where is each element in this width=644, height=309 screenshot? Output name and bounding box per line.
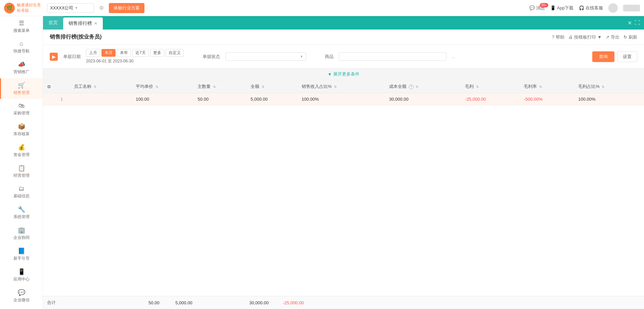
col-name[interactable]: 员工名称 ⇅ [70, 80, 132, 93]
sidebar-item-guide[interactable]: 📘 新手引导 [0, 244, 43, 265]
window-expand-button[interactable]: ⛶ [635, 20, 640, 26]
cost-info-icon[interactable]: ? [409, 85, 414, 89]
date-btn-this-month[interactable]: 本月 [101, 49, 116, 57]
sidebar-item-label: 资金管理 [13, 152, 30, 158]
sidebar-item-purchase[interactable]: 🛍 采购管理 [0, 99, 43, 119]
cell-profit-pct: 100.00% [574, 93, 644, 105]
tab-close-button[interactable]: ✕ [94, 21, 97, 26]
col-avg-price[interactable]: 平均单价 ⇅ [132, 80, 194, 93]
sidebar-item-search[interactable]: ☰ 搜索菜单 [0, 16, 43, 37]
sidebar-item-inventory[interactable]: 📦 库存核算 [0, 119, 43, 140]
sidebar-item-sales[interactable]: 🛒 销售管理 [0, 78, 43, 99]
sort-cost-icon[interactable]: ⇅ [416, 85, 418, 89]
wechat-icon: 💬 [18, 289, 25, 296]
sidebar-item-finance[interactable]: 💰 资金管理 [0, 140, 43, 161]
sort-amount-icon[interactable]: ⇅ [262, 85, 264, 89]
col-profit-rate[interactable]: 毛利率 ⇅ [520, 80, 574, 93]
cell-sales-pct: 100.00% [298, 93, 385, 105]
tab-sales-ranking[interactable]: 销售排行榜 ✕ [63, 17, 103, 30]
cell-avg-price: 100.00 [132, 93, 194, 105]
sidebar-item-marketing[interactable]: 📣 营销推广 [0, 57, 43, 78]
sidebar-item-label: 搜索菜单 [13, 28, 30, 34]
window-close-button[interactable]: ✕ [628, 20, 632, 26]
footer-main-qty: 50.00 [144, 300, 171, 305]
date-btn-more[interactable]: 更多 [150, 49, 164, 57]
col-cost[interactable]: 成本全额 ? ⇅ [385, 80, 461, 93]
help-button[interactable]: ? 帮助 [552, 34, 564, 40]
col-amount[interactable]: 全额 ⇅ [247, 80, 298, 93]
sort-main-qty-icon[interactable]: ⇅ [213, 85, 216, 89]
refresh-button[interactable]: ↻ 刷新 [624, 34, 637, 40]
sidebar-item-label: 经营管理 [13, 173, 30, 178]
col-settings[interactable]: ⚙ [43, 80, 56, 93]
sort-profit-rate-icon[interactable]: ⇅ [539, 85, 542, 89]
sort-sales-pct-icon[interactable]: ⇅ [334, 85, 337, 89]
col-profit[interactable]: 毛利 ⇅ [461, 80, 520, 93]
sidebar-item-vip[interactable]: V 畅会员 [0, 306, 43, 309]
date-btn-custom[interactable]: 自定义 [166, 49, 184, 57]
tab-home[interactable]: 首页 [43, 16, 63, 30]
export-icon: ↗ [606, 35, 609, 40]
filter-toggle-button[interactable]: ▶ [50, 53, 58, 61]
home-icon: ⌂ [19, 40, 23, 47]
status-filter-label: 单据状态 [203, 54, 220, 60]
date-btn-7days[interactable]: 近7天 [132, 49, 149, 57]
goods-filter-label: 商品 [325, 54, 334, 60]
expand-icon: ▼ [328, 72, 332, 77]
date-btn-this-year[interactable]: 本年 [117, 49, 131, 57]
sidebar-item-enterprise[interactable]: 🏢 企业协同 [0, 223, 43, 244]
top-right-area: 💬 消息 99+ 📱 App下载 🎧 在线客服 [529, 3, 640, 13]
goods-filter-input[interactable] [339, 52, 446, 61]
help-label: 帮助 [556, 34, 564, 40]
help-icon: ? [552, 35, 554, 40]
sort-avg-price-icon[interactable]: ⇅ [156, 85, 158, 89]
print-button[interactable]: 🖨 按模板打印 ▼ [568, 34, 602, 40]
date-btn-last-month[interactable]: 上月 [86, 49, 100, 57]
settings-button[interactable]: 设置 [617, 51, 637, 62]
expand-more-btn[interactable]: ▼ 展开更多条件 [328, 71, 359, 77]
col-main-qty[interactable]: 主数量 ⇅ [194, 80, 247, 93]
company-selector[interactable]: XXXXX公司 ▼ [47, 3, 94, 13]
refresh-label: 刷新 [629, 34, 637, 40]
more-filters-button[interactable]: ... [452, 54, 455, 59]
table-container: ⚙ 员工名称 ⇅ 平均单价 ⇅ 主数量 ⇅ 全额 ⇅ 销售收入占比% ⇅ 成本全… [43, 80, 644, 296]
sidebar-item-operations[interactable]: 📋 经营管理 [0, 161, 43, 182]
date-range-display: 2023-06-01 至 2023-06-30 [86, 58, 184, 64]
footer-cost: 30,000.00 [245, 300, 279, 305]
app-download-item[interactable]: 📱 App下载 [550, 5, 573, 11]
industry-button[interactable]: 体验行业方案 [109, 3, 144, 13]
sort-name-icon[interactable]: ⇅ [94, 85, 96, 89]
page-header: 销售排行榜(按业务员) ? 帮助 🖨 按模板打印 ▼ ↗ [43, 30, 644, 45]
table-header-row: ⚙ 员工名称 ⇅ 平均单价 ⇅ 主数量 ⇅ 全额 ⇅ 销售收入占比% ⇅ 成本全… [43, 80, 644, 93]
print-arrow-icon: ▼ [597, 35, 602, 40]
query-button[interactable]: 查询 [592, 51, 614, 62]
page-content: 销售排行榜(按业务员) ? 帮助 🖨 按模板打印 ▼ ↗ [43, 30, 644, 309]
col-sales-pct[interactable]: 销售收入占比% ⇅ [298, 80, 385, 93]
message-badge: 99+ [540, 3, 548, 7]
avatar[interactable] [608, 3, 618, 13]
sidebar-item-system[interactable]: 🔧 系统管理 [0, 202, 43, 223]
online-service-item[interactable]: 🎧 在线客服 [579, 5, 603, 11]
system-icon: 🔧 [18, 206, 25, 213]
date-shortcuts: 上月 本月 本年 近7天 更多 自定义 [86, 49, 184, 57]
status-select[interactable] [225, 52, 306, 61]
message-item[interactable]: 💬 消息 99+ [529, 5, 545, 11]
sidebar-item-label: 系统管理 [13, 214, 30, 220]
sort-profit-icon[interactable]: ⇅ [476, 85, 479, 89]
topbar-gear-button[interactable]: ⚙ [97, 3, 106, 13]
guide-icon: 📘 [18, 247, 25, 255]
refresh-icon: ↻ [624, 35, 627, 40]
sidebar-item-wechat[interactable]: 💬 企业微信 [0, 286, 43, 306]
more-dots-icon: ... [452, 54, 455, 59]
col-profit-pct[interactable]: 毛利占比% ⇅ [574, 80, 644, 93]
sort-profit-pct-icon[interactable]: ⇅ [602, 85, 604, 89]
sidebar-item-label: 新手引导 [13, 256, 30, 261]
footer-total-label: 合计 [47, 300, 56, 305]
export-button[interactable]: ↗ 导出 [606, 34, 619, 40]
col-rank [56, 80, 70, 93]
sidebar-item-quicknav[interactable]: ⌂ 快捷导航 [0, 37, 43, 57]
sidebar-item-basic[interactable]: 🗂 基础信息 [0, 182, 43, 202]
sidebar-item-appstore[interactable]: 📱 应用中心 [0, 265, 43, 286]
sidebar-item-label: 采购管理 [13, 110, 30, 116]
sales-ranking-table: ⚙ 员工名称 ⇅ 平均单价 ⇅ 主数量 ⇅ 全额 ⇅ 销售收入占比% ⇅ 成本全… [43, 80, 644, 105]
